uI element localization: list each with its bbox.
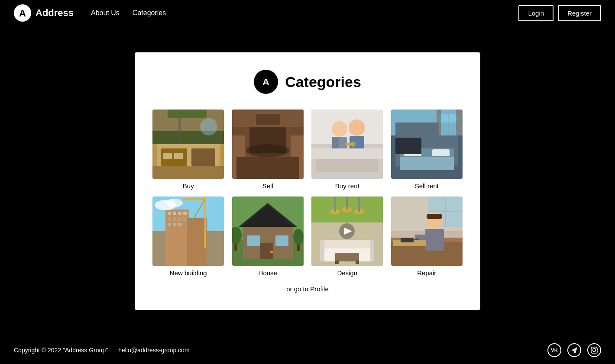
category-image-buy: [152, 110, 224, 179]
category-image-repair: [391, 196, 463, 266]
logo-icon: A: [14, 4, 31, 22]
svg-rect-88: [370, 240, 374, 261]
svg-point-25: [332, 121, 347, 137]
category-label-repair: Repair: [417, 269, 436, 277]
svg-point-119: [593, 349, 596, 352]
category-item-newbuilding[interactable]: New building: [152, 196, 225, 277]
footer-left: Copyright © 2022 "Address Group" hello@a…: [14, 347, 190, 354]
svg-point-12: [200, 118, 217, 135]
footer: Copyright © 2022 "Address Group" hello@a…: [0, 336, 615, 364]
svg-rect-97: [358, 196, 360, 212]
svg-rect-54: [183, 212, 187, 215]
nav-buttons: Login Register: [518, 5, 601, 21]
navbar: A Address About Us Categories Login Regi…: [0, 0, 615, 26]
footer-email[interactable]: hello@address-group.com: [118, 347, 189, 354]
svg-point-76: [270, 251, 273, 253]
svg-rect-44: [395, 138, 421, 154]
svg-rect-87: [320, 240, 324, 261]
svg-rect-108: [427, 214, 442, 219]
svg-rect-22: [256, 114, 280, 125]
svg-rect-41: [432, 149, 450, 156]
svg-rect-32: [316, 159, 379, 172]
footer-copyright: Copyright © 2022 "Address Group": [14, 347, 108, 354]
svg-rect-60: [173, 223, 176, 226]
category-item-buyrent[interactable]: Buy rent: [311, 110, 384, 190]
svg-rect-114: [413, 238, 419, 240]
svg-text:VK: VK: [551, 348, 557, 353]
svg-rect-95: [346, 196, 348, 209]
svg-rect-14: [168, 110, 207, 118]
category-item-repair[interactable]: Repair: [391, 196, 463, 277]
svg-rect-59: [168, 223, 171, 226]
category-label-buyrent: Buy rent: [335, 182, 359, 190]
category-image-design: [311, 196, 383, 266]
panel-header: A Categories: [152, 70, 463, 94]
svg-rect-10: [174, 153, 183, 159]
category-item-sell[interactable]: Sell: [232, 110, 304, 190]
svg-point-20: [246, 144, 289, 157]
svg-rect-91: [356, 261, 359, 264]
svg-rect-52: [173, 212, 176, 215]
profile-link[interactable]: Profile: [310, 285, 329, 293]
login-button[interactable]: Login: [518, 5, 554, 21]
nav-links: About Us Categories: [91, 9, 518, 17]
category-image-house: [232, 196, 304, 266]
svg-rect-53: [178, 212, 181, 215]
svg-point-67: [165, 199, 183, 207]
svg-point-31: [350, 142, 356, 147]
category-image-sellrent: [391, 110, 463, 179]
instagram-icon[interactable]: [587, 343, 601, 357]
profile-text: or go to: [286, 285, 308, 293]
category-item-design[interactable]: Design: [311, 196, 384, 277]
svg-rect-11: [152, 166, 224, 179]
panel-title: Categories: [285, 74, 361, 90]
svg-rect-118: [591, 347, 597, 353]
svg-text:A: A: [262, 77, 269, 87]
vk-icon[interactable]: VK: [547, 343, 561, 357]
svg-rect-33: [311, 148, 383, 159]
category-image-buyrent: [311, 110, 383, 179]
svg-point-80: [293, 229, 304, 245]
svg-rect-56: [173, 217, 176, 221]
svg-text:A: A: [19, 8, 26, 19]
svg-rect-86: [320, 240, 374, 248]
category-item-sellrent[interactable]: Sell rent: [391, 110, 463, 190]
svg-rect-63: [183, 198, 206, 200]
svg-rect-13: [178, 118, 181, 140]
category-image-sell: [232, 110, 304, 179]
svg-rect-18: [236, 157, 299, 179]
register-button[interactable]: Register: [558, 5, 601, 21]
svg-rect-74: [275, 235, 288, 246]
svg-rect-55: [168, 217, 171, 221]
footer-social-icons: VK: [547, 343, 601, 357]
categories-panel: A Categories: [135, 52, 480, 310]
logo-link[interactable]: A Address: [14, 4, 74, 22]
svg-point-120: [596, 348, 596, 349]
svg-point-28: [349, 119, 365, 136]
category-label-house: House: [259, 269, 277, 277]
category-label-buy: Buy: [183, 182, 194, 190]
svg-rect-61: [178, 223, 181, 226]
profile-link-row: or go to Profile: [152, 285, 463, 293]
svg-rect-58: [183, 217, 187, 221]
svg-rect-9: [163, 153, 172, 159]
svg-rect-8: [191, 148, 215, 166]
svg-rect-57: [178, 217, 181, 221]
svg-rect-93: [334, 196, 336, 212]
svg-rect-113: [401, 238, 414, 242]
category-item-buy[interactable]: Buy: [152, 110, 225, 190]
category-label-design: Design: [337, 269, 357, 277]
telegram-icon[interactable]: [567, 343, 581, 357]
category-label-sellrent: Sell rent: [415, 182, 439, 190]
category-label-newbuilding: New building: [170, 269, 207, 277]
svg-rect-62: [204, 196, 206, 248]
svg-rect-90: [335, 261, 339, 264]
svg-rect-51: [168, 212, 171, 215]
svg-rect-73: [247, 235, 260, 246]
category-item-house[interactable]: House: [232, 196, 304, 277]
nav-about-us[interactable]: About Us: [91, 9, 120, 17]
nav-categories[interactable]: Categories: [133, 9, 166, 17]
svg-rect-45: [437, 110, 441, 135]
main-content: A Categories: [0, 26, 615, 336]
category-label-sell: Sell: [262, 182, 273, 190]
